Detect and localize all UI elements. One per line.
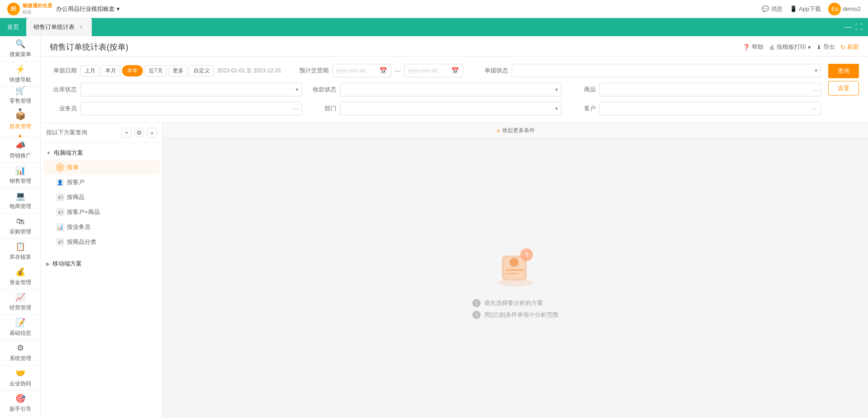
sidebar-item-operations[interactable]: 📈 经营管理 — [0, 290, 40, 315]
tab-home[interactable]: 首页 — [0, 18, 26, 36]
app-download-button[interactable]: 📱 App下载 — [790, 5, 821, 13]
sidebar-item-guide[interactable]: 🎯 新手引导 — [0, 391, 40, 416]
collapse-bar[interactable]: ∧ 收起更多条件 — [163, 123, 868, 138]
refresh-button[interactable]: ↻ 刷新 — [840, 43, 859, 51]
scheme-item-goods[interactable]: 🏷 按商品 — [43, 190, 160, 204]
filter-row-1: 单据日期 上月 本月 本年 近7天 更多 自定义 2023-01-01 至 20… — [50, 64, 821, 77]
salesperson-input-wrap: ··· — [80, 102, 302, 115]
svg-point-3 — [509, 258, 519, 267]
sidebar-item-search[interactable]: 🔍 搜索菜单 — [0, 36, 40, 62]
user-profile[interactable]: Ea demo2 — [828, 3, 861, 15]
customer-dots-icon[interactable]: ··· — [812, 105, 817, 112]
department-item: 部门 ▾ — [309, 102, 561, 115]
sidebar-item-inventory[interactable]: 📋 库存核算 — [0, 239, 40, 264]
sidebar-item-basic-info[interactable]: 📝 基础信息 — [0, 315, 40, 340]
mobile-scheme-section: ▶ 移动端方案 — [41, 253, 162, 274]
retail-icon: 🛒 — [15, 86, 25, 95]
account-selector[interactable]: 办公用品行业模拟账套 ▾ — [56, 5, 120, 13]
salesperson-input[interactable] — [80, 102, 302, 115]
sidebar-item-cooperation[interactable]: 🤝 企业协同 — [0, 366, 40, 391]
sidebar-item-quick-nav[interactable]: ⚡ 快捷导航 — [0, 62, 40, 87]
export-icon: ⬇ — [816, 44, 821, 51]
order-status-label: 单据状态 — [481, 66, 508, 75]
print-button[interactable]: 🖨 按模板打印 ▾ — [769, 43, 811, 51]
7days-button[interactable]: 近7天 — [145, 65, 167, 76]
sidebar-item-purchase[interactable]: 🛍 采购管理 — [0, 214, 40, 239]
salesperson-scheme-label: 按业务员 — [67, 223, 90, 231]
scheme-item-customer[interactable]: 👤 按客户 — [43, 175, 160, 190]
payment-status-select[interactable] — [340, 83, 561, 96]
left-panel-header: 按以下方案查询 + ⚙ « — [41, 123, 162, 142]
customer-input[interactable] — [599, 102, 821, 115]
query-button[interactable]: 查询 — [828, 64, 859, 78]
page-title: 销售订单统计表(按单) — [50, 42, 128, 52]
help-button[interactable]: ❓ 帮助 — [743, 43, 764, 51]
salesperson-label: 业务员 — [50, 104, 77, 113]
pc-section-label: 电脑端方案 — [54, 149, 83, 157]
inventory-icon: 📋 — [15, 242, 25, 252]
pc-section-header[interactable]: ▼ 电脑端方案 — [41, 146, 162, 160]
message-button[interactable]: 💬 消息 — [762, 5, 783, 13]
scheme-item-goods-category[interactable]: 🏷 按商品分类 — [43, 235, 160, 249]
collapse-icon: « — [150, 129, 153, 136]
customer-goods-scheme-icon: 🏷 — [56, 208, 64, 216]
goods-input[interactable] — [599, 83, 821, 96]
filter-row-3: 业务员 ··· 部门 ▾ — [50, 102, 821, 115]
single-scheme-icon: 按 — [56, 163, 64, 171]
content-area: 销售订单统计表(按单) ❓ 帮助 🖨 按模板打印 ▾ ⬇ 导出 ↻ 刷新 — [41, 36, 868, 418]
goods-item: 商品 ··· — [569, 83, 821, 96]
expected-delivery-label: 预计交货期 — [299, 66, 329, 75]
sidebar-item-marketing[interactable]: 📣 营销推广 — [0, 138, 40, 163]
sidebar-item-wholesale[interactable]: 📦 批发管理 ▲ — [0, 112, 40, 138]
goods-dots-icon[interactable]: ··· — [812, 86, 817, 93]
salesperson-dots-icon[interactable]: ··· — [293, 105, 298, 112]
close-tab-icon[interactable]: × — [77, 24, 85, 31]
sidebar-system-label: 系统管理 — [9, 355, 31, 362]
tab-controls: — ⛶ — [844, 23, 868, 31]
refresh-icon: ↻ — [840, 44, 845, 51]
maximize-icon[interactable]: ⛶ — [855, 23, 863, 31]
scheme-item-salesperson[interactable]: 📊 按业务员 — [43, 220, 160, 234]
sidebar-item-sales[interactable]: 📊 销售管理 — [0, 163, 40, 188]
filter-main-row: 单据日期 上月 本月 本年 近7天 更多 自定义 2023-01-01 至 20… — [50, 64, 859, 115]
custom-button[interactable]: 自定义 — [189, 65, 214, 76]
delivery-date-end[interactable]: yyyy-mm-dd 📅 — [404, 64, 463, 77]
more-button[interactable]: 更多 — [169, 65, 188, 76]
sidebar-item-system[interactable]: ⚙ 系统管理 — [0, 340, 40, 366]
print-label: 按模板打印 — [777, 43, 806, 51]
sidebar-purchase-label: 采购管理 — [9, 228, 31, 236]
collapse-label: 收起更多条件 — [502, 127, 535, 134]
scheme-item-customer-goods[interactable]: 🏷 按客户+商品 — [43, 205, 160, 219]
prev-month-button[interactable]: 上月 — [80, 65, 99, 76]
mobile-section-header[interactable]: ▶ 移动端方案 — [41, 257, 162, 271]
sidebar-item-retail[interactable]: 🛒 零售管理 ▼ — [0, 87, 40, 112]
minimize-icon[interactable]: — — [844, 23, 852, 31]
sidebar-item-ecommerce[interactable]: 💻 电商管理 — [0, 188, 40, 214]
this-month-button[interactable]: 本月 — [101, 65, 120, 76]
order-status-select[interactable] — [512, 64, 821, 77]
empty-tip-1: 1 请先选择要分析的方案 — [472, 299, 558, 307]
scheme-item-single[interactable]: 按 按单 — [43, 160, 160, 175]
settings-scheme-button[interactable]: ⚙ — [134, 128, 144, 138]
delivery-status-select[interactable] — [80, 83, 302, 96]
goods-input-wrap: ··· — [599, 83, 821, 96]
search-icon: 🔍 — [15, 39, 25, 49]
purchase-icon: 🛍 — [16, 217, 24, 226]
delivery-date-start[interactable]: yyyy-mm-dd 📅 — [332, 64, 391, 77]
sidebar-retail-label: 零售管理 — [9, 97, 31, 105]
this-year-button[interactable]: 本年 — [122, 65, 143, 76]
filter-fields: 单据日期 上月 本月 本年 近7天 更多 自定义 2023-01-01 至 20… — [50, 64, 821, 115]
tab-sales-order-stats[interactable]: 销售订单统计表 × — [26, 18, 92, 36]
collapse-panel-button[interactable]: « — [147, 128, 157, 138]
add-scheme-button[interactable]: + — [122, 128, 132, 138]
export-button[interactable]: ⬇ 导出 — [816, 43, 835, 51]
date-dash: — — [395, 67, 401, 74]
settings-button[interactable]: 设置 — [828, 81, 859, 95]
app-download-label: App下载 — [799, 5, 821, 13]
sidebar-item-finance[interactable]: 💰 资金管理 — [0, 264, 40, 290]
plus-icon: + — [125, 129, 128, 136]
department-select[interactable] — [340, 102, 561, 115]
sidebar-item-app-center[interactable]: 📱 应用中心 — [0, 416, 40, 418]
system-icon: ⚙ — [17, 343, 24, 353]
basic-info-icon: 📝 — [15, 318, 25, 328]
